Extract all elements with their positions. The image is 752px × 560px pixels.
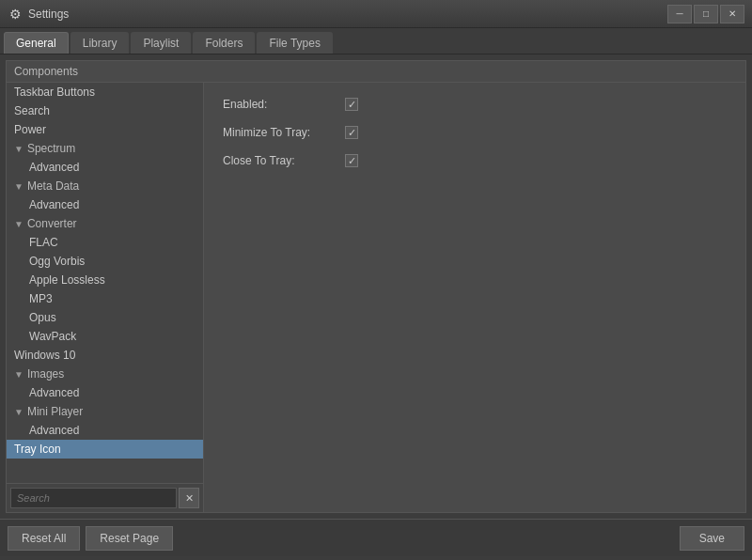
minimize-to-tray-checkbox[interactable] <box>345 126 358 139</box>
sidebar-item-apple-lossless[interactable]: Apple Lossless <box>7 271 203 289</box>
maximize-button[interactable]: □ <box>694 5 718 23</box>
main-content: Components Taskbar Buttons Search Power … <box>0 54 752 519</box>
collapse-arrow-metadata: ▼ <box>14 181 24 192</box>
sidebar-item-power[interactable]: Power <box>7 120 203 139</box>
close-to-tray-row: Close To Tray: <box>223 154 727 167</box>
sidebar-item-mini-player[interactable]: ▼Mini Player <box>7 402 203 421</box>
tab-filetypes[interactable]: File Types <box>257 32 332 54</box>
sidebar-item-converter[interactable]: ▼Converter <box>7 214 203 233</box>
reset-page-button[interactable]: Reset Page <box>86 526 173 551</box>
sidebar-item-images-advanced[interactable]: Advanced <box>7 383 203 402</box>
sidebar-item-tray-icon[interactable]: Tray Icon <box>7 440 203 459</box>
sidebar-item-mp3[interactable]: MP3 <box>7 289 203 308</box>
enabled-checkbox[interactable] <box>345 98 358 111</box>
sidebar-item-wavpack[interactable]: WavPack <box>7 327 203 346</box>
content-area: Enabled: Minimize To Tray: Close To Tray… <box>204 83 745 512</box>
sidebar-item-spectrum[interactable]: ▼Spectrum <box>7 139 203 158</box>
title-bar: ⚙ Settings ─ □ ✕ <box>0 0 752 28</box>
tab-library[interactable]: Library <box>70 32 130 54</box>
close-to-tray-checkbox[interactable] <box>345 154 358 167</box>
enabled-label: Enabled: <box>223 98 345 111</box>
sidebar-item-metadata-advanced[interactable]: Advanced <box>7 195 203 214</box>
search-input[interactable] <box>10 488 177 508</box>
enabled-row: Enabled: <box>223 98 727 111</box>
sidebar-item-mini-player-advanced[interactable]: Advanced <box>7 421 203 440</box>
sidebar-item-flac[interactable]: FLAC <box>7 233 203 252</box>
minimize-to-tray-row: Minimize To Tray: <box>223 126 727 139</box>
components-header: Components <box>7 61 745 83</box>
sidebar-item-taskbar-buttons[interactable]: Taskbar Buttons <box>7 83 203 101</box>
minimize-to-tray-checkbox-container <box>345 126 358 139</box>
sidebar-item-opus[interactable]: Opus <box>7 308 203 327</box>
components-panel: Components Taskbar Buttons Search Power … <box>6 60 746 513</box>
save-button[interactable]: Save <box>680 526 744 551</box>
tab-general[interactable]: General <box>4 32 69 54</box>
enabled-checkbox-container <box>345 98 358 111</box>
search-clear-button[interactable]: ✕ <box>179 488 199 508</box>
close-to-tray-checkbox-container <box>345 154 358 167</box>
collapse-arrow-mini-player: ▼ <box>14 407 24 417</box>
close-to-tray-label: Close To Tray: <box>223 154 345 167</box>
bottom-bar: Reset All Reset Page Save <box>0 519 752 556</box>
tab-folders[interactable]: Folders <box>193 32 255 54</box>
tab-bar: General Library Playlist Folders File Ty… <box>0 28 752 54</box>
title-bar-title: Settings <box>28 8 667 21</box>
window-controls: ─ □ ✕ <box>667 5 744 23</box>
minimize-to-tray-label: Minimize To Tray: <box>223 126 345 139</box>
tree-container: Taskbar Buttons Search Power ▼Spectrum A… <box>7 83 203 483</box>
sidebar-item-images[interactable]: ▼Images <box>7 365 203 383</box>
sidebar-item-spectrum-advanced[interactable]: Advanced <box>7 158 203 177</box>
collapse-arrow-converter: ▼ <box>14 219 24 229</box>
components-body: Taskbar Buttons Search Power ▼Spectrum A… <box>7 83 745 512</box>
tab-playlist[interactable]: Playlist <box>131 32 191 54</box>
collapse-arrow-images: ▼ <box>14 369 24 380</box>
sidebar-item-ogg-vorbis[interactable]: Ogg Vorbis <box>7 252 203 271</box>
app-icon: ⚙ <box>8 7 23 22</box>
reset-all-button[interactable]: Reset All <box>8 526 80 551</box>
sidebar-item-windows10[interactable]: Windows 10 <box>7 346 203 365</box>
sidebar: Taskbar Buttons Search Power ▼Spectrum A… <box>7 83 204 512</box>
sidebar-search: ✕ <box>7 483 203 512</box>
collapse-arrow-spectrum: ▼ <box>14 144 24 154</box>
sidebar-item-search[interactable]: Search <box>7 101 203 120</box>
close-button[interactable]: ✕ <box>720 5 744 23</box>
sidebar-item-metadata[interactable]: ▼Meta Data <box>7 177 203 195</box>
minimize-button[interactable]: ─ <box>667 5 692 23</box>
